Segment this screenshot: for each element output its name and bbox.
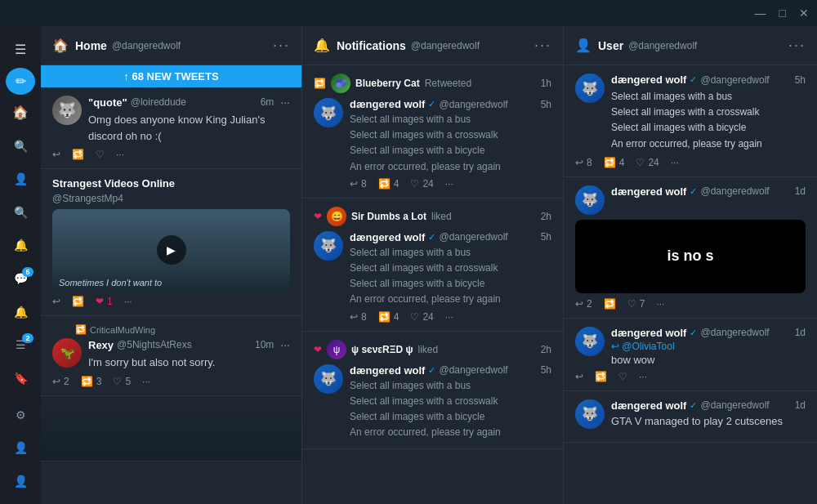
minimize-button[interactable]: — [755,7,766,20]
notifications-column: 🔔 Notifications @dangeredwolf ··· 🔁 🫐 Bl… [302,26,564,504]
tweet-meta: Rexy @5NightsAtRexs 10m ··· I'm sorry bu… [88,338,290,371]
like-button[interactable]: ♡ 24 [410,178,433,190]
sidebar: ☰ ✏ 🏠 🔍 👤 🔍 🔔 💬 5 🔔 ☰ 2 🔖 ⚙ 👤 👤 [0,26,41,504]
like-button[interactable]: ♡ 24 [410,311,433,323]
sidebar-compose-icon[interactable]: ✏ [6,68,35,95]
notif-actor-name: ψ ѕєνεRΞD ψ [351,344,413,355]
reply-button[interactable]: ↩ 8 [575,157,592,168]
tweet-more-button[interactable]: ··· [280,338,290,351]
tweet-actions: ↩ 🔁 ♡ ··· [52,149,290,160]
notif-actor-avatar: 😄 [327,207,346,226]
tweet-time: 5h [541,364,551,376]
retweet-button[interactable]: 🔁 4 [378,311,400,323]
sidebar-user-icon[interactable]: 👤 [4,433,37,463]
media-caption: Sometimes I don't want to [59,278,162,288]
tweet-author: Rexy [88,339,114,351]
chat-badge: 5 [22,267,33,277]
tweet-card[interactable] [41,396,301,462]
more-button[interactable]: ··· [639,371,647,382]
new-tweets-banner[interactable]: ↑ 68 NEW TWEETS [41,65,301,87]
verified-icon: ✓ [690,328,697,338]
tweet-card[interactable]: 🐺 dængered wolf ✓ @dangeredwolf 1d ↩ @Ol… [564,319,817,391]
notif-action: liked [431,211,452,222]
window-chrome: — □ ✕ [0,0,817,26]
retweet-button[interactable]: 🔁 4 [378,178,400,190]
image-text: is no s [667,248,713,265]
retweet-button[interactable]: 🔁 4 [604,157,625,168]
reply-button[interactable]: ↩ [575,371,583,382]
reply-button[interactable]: ↩ 2 [575,298,592,310]
notif-time: 2h [541,211,551,222]
more-button[interactable]: ··· [656,298,664,310]
reply-button[interactable]: ↩ 8 [350,311,367,323]
tweet-meta: dængered wolf ✓ @dangeredwolf 1d GTA V m… [611,399,806,427]
more-button[interactable]: ··· [116,149,124,160]
tweet-body: Select all images with a busSelect all i… [611,89,806,152]
more-button[interactable]: ··· [445,178,453,190]
sidebar-menu-icon[interactable]: ☰ [4,34,37,65]
more-button[interactable]: ··· [124,296,132,307]
reply-button[interactable]: ↩ [52,149,60,160]
tweet-more-button[interactable]: ··· [280,96,290,109]
more-button[interactable]: ··· [445,311,453,323]
tweet-card[interactable]: Strangest Videos Online @StrangestMp4 ▶ … [41,169,301,316]
tweet-card[interactable]: 🐺 dængered wolf ✓ @dangeredwolf 1d GTA V… [564,391,817,443]
like-button[interactable]: ♡ 7 [627,298,645,310]
play-button[interactable]: ▶ [157,235,186,265]
notification-item[interactable]: 🔁 🫐 Blueberry Cat Retweeted 1h 🐺 [302,65,563,198]
tweet-body: GTA V managed to play 2 cutscenes [611,415,806,427]
tweet-card[interactable]: 🐺 dængered wolf ✓ @dangeredwolf 5h Selec… [564,65,817,177]
like-button[interactable]: ❤ 1 [96,296,113,307]
like-button[interactable]: ♡ [618,371,627,382]
tweet-media[interactable]: ▶ Sometimes I don't want to [52,209,290,291]
sidebar-chat-icon[interactable]: 💬 5 [4,264,37,294]
like-button[interactable]: ♡ 5 [113,376,131,387]
more-button[interactable]: ··· [671,157,679,168]
sidebar-list-icon[interactable]: ☰ 2 [4,330,37,360]
sidebar-search2-icon[interactable]: 🔍 [4,197,37,227]
notif-time: 2h [541,344,551,355]
reply-button[interactable]: ↩ [52,296,60,307]
sidebar-bookmark-icon[interactable]: 🔖 [4,364,37,394]
close-button[interactable]: ✕ [799,7,809,20]
tweet-card[interactable]: 🐺 "quote" @loireddude 6m ··· Omg does an… [41,87,301,169]
main-content: 🏠 Home @dangeredwolf ··· ↑ 68 NEW TWEETS… [41,26,817,504]
sidebar-bell2-icon[interactable]: 🔔 [4,297,37,327]
notification-item[interactable]: ❤ ψ ψ ѕєνεRΞD ψ liked 2h 🐺 [302,332,563,450]
notif-tweet-content: dængered wolf ✓ @dangeredwolf 5h Select … [350,364,551,441]
reply-button[interactable]: ↩ 8 [350,178,367,190]
sidebar-bell-icon[interactable]: 🔔 [4,230,37,261]
retweet-button[interactable]: 🔁 3 [81,376,102,387]
notif-action: Retweeted [425,78,471,89]
retweet-icon: 🔁 [314,78,326,89]
sidebar-home-icon[interactable]: 🏠 [4,98,37,128]
notif-tweet-avatar: 🐺 [314,98,343,127]
notifications-more-button[interactable]: ··· [534,37,551,54]
user-header: 👤 User @dangeredwolf ··· [564,26,817,65]
notification-item[interactable]: ❤ 😄 Sir Dumbs a Lot liked 2h 🐺 [302,198,563,332]
sidebar-profile-icon[interactable]: 👤 [4,164,37,194]
maximize-button[interactable]: □ [779,7,786,20]
notif-action: liked [417,344,438,355]
notif-actor-avatar: 🫐 [331,74,350,93]
retweet-button[interactable]: 🔁 [595,371,607,382]
tweet-card[interactable]: 🐺 dængered wolf ✓ @dangeredwolf 1d [564,177,817,319]
like-button[interactable]: ♡ [96,149,105,160]
like-button[interactable]: ♡ 24 [636,157,659,168]
more-button[interactable]: ··· [142,376,150,387]
avatar: 🐺 [575,327,605,356]
reply-button[interactable]: ↩ 2 [52,376,69,387]
sidebar-search-icon[interactable]: 🔍 [4,131,37,161]
sidebar-user2-icon[interactable]: 👤 [4,466,37,496]
retweet-button[interactable]: 🔁 [72,149,84,160]
home-more-button[interactable]: ··· [273,37,290,54]
tweet-handle: @loireddude [131,96,186,108]
sidebar-settings-icon[interactable]: ⚙ [4,399,37,430]
retweet-button[interactable]: 🔁 [604,298,616,310]
retweet-button[interactable]: 🔁 [72,296,84,307]
tweet-handle: @dangeredwolf [700,185,769,197]
tweet-author: dængered wolf [350,98,425,110]
home-handle: @dangeredwolf [112,40,181,51]
user-more-button[interactable]: ··· [788,37,806,54]
tweet-card[interactable]: 🔁 CriticalMudWing 🦖 Rexy @5NightsAtRexs … [41,316,301,396]
